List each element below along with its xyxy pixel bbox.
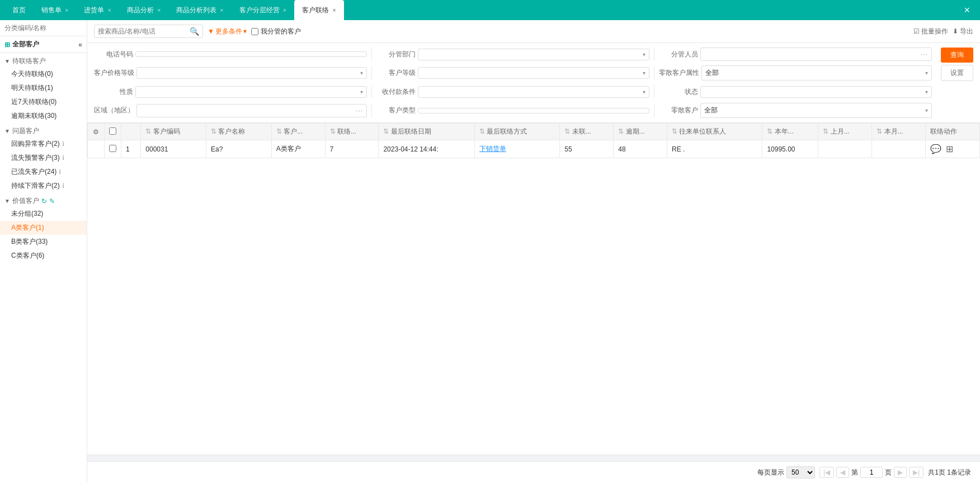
close-sales-icon[interactable]: ×: [65, 7, 68, 13]
sidebar: 🔍 ⊞ 全部客户 « ▼ 待联络客户 今天待联络(0) 明天待联络(1) 近7天…: [0, 20, 87, 483]
sidebar-item-7days[interactable]: 近7天待联络(0): [0, 95, 87, 109]
price-level-select[interactable]: ▾: [136, 67, 367, 79]
sidebar-collapse-icon[interactable]: «: [78, 41, 82, 49]
row-check[interactable]: [105, 140, 121, 158]
nav-customer-tier[interactable]: 客户分层经营 ×: [232, 0, 294, 20]
sidebar-item-class-b[interactable]: B类客户(33): [0, 235, 87, 249]
th-code[interactable]: ⇅ 客户编码: [141, 124, 206, 140]
status-select[interactable]: ▾: [700, 86, 932, 98]
region-input[interactable]: ···: [136, 104, 367, 117]
customer-table: ⚙ ⇅ 客户编码 ⇅ 客户名称 ⇅ 客户...: [87, 123, 980, 158]
content-area: 🔍 ▼ 更多条件 ▾ 我分管的客户 ☑ 批量操作 ⬇ 导出: [87, 20, 980, 483]
divider-5: [371, 85, 372, 98]
close-purchase-icon[interactable]: ×: [107, 7, 111, 13]
customer-level-select[interactable]: ▾: [418, 67, 649, 79]
add-value-group-icon[interactable]: ↻: [41, 197, 47, 205]
sidebar-item-unclassified[interactable]: 未分组(32): [0, 207, 87, 221]
filter-row-4: 区域（地区） ··· 客户类型: [94, 103, 932, 118]
manager-label: 分管人员: [659, 50, 698, 59]
close-all-tabs-button[interactable]: ×: [958, 4, 976, 16]
th-company-contact[interactable]: ⇅ 往来单位联系人: [667, 124, 762, 140]
close-customer-tier-icon[interactable]: ×: [283, 7, 286, 13]
info-icon-3: ℹ: [59, 168, 61, 176]
manager-input[interactable]: ···: [700, 48, 932, 61]
region-dots-icon: ···: [356, 107, 363, 115]
export-button[interactable]: ⬇ 导出: [953, 27, 973, 36]
payment-label: 收付款条件: [376, 87, 416, 97]
price-level-label: 客户价格等级: [94, 68, 134, 78]
sidebar-item-overdue[interactable]: 逾期未联络(30): [0, 109, 87, 123]
first-page-button[interactable]: |◀: [819, 467, 834, 478]
th-overdue[interactable]: ⇅ 逾期...: [614, 124, 667, 140]
prev-page-button[interactable]: ◀: [836, 467, 849, 478]
per-page-select[interactable]: 50 100 200: [786, 466, 815, 479]
retail-attr-select[interactable]: 全部 ▾: [701, 65, 932, 80]
sort-icon-year: ⇅: [767, 127, 772, 135]
payment-select[interactable]: ▾: [418, 86, 649, 98]
horizontal-scrollbar[interactable]: [87, 454, 980, 461]
phone-input[interactable]: [135, 51, 367, 57]
nav-analysis-list[interactable]: 商品分析列表 ×: [168, 0, 231, 20]
th-check[interactable]: [105, 124, 121, 140]
query-button[interactable]: 查询: [941, 48, 973, 63]
dept-select[interactable]: ▾: [418, 49, 649, 60]
sidebar-item-today[interactable]: 今天待联络(0): [0, 67, 87, 81]
row-this-month: [872, 140, 926, 158]
my-customers-checkbox[interactable]: 我分管的客户: [251, 27, 301, 36]
grid-action-icon[interactable]: ⊞: [946, 144, 953, 154]
th-last-date[interactable]: ⇅ 最后联络日期: [379, 124, 474, 140]
th-contact[interactable]: ⇅ 联络...: [325, 124, 379, 140]
sidebar-item-tomorrow[interactable]: 明天待联络(1): [0, 81, 87, 95]
info-icon-4: ℹ: [62, 182, 64, 190]
sidebar-item-churned[interactable]: 已流失客户(24) ℹ: [0, 165, 87, 179]
price-level-arrow-icon: ▾: [360, 70, 363, 76]
th-last-month[interactable]: ⇅ 上月...: [818, 124, 872, 140]
row-last-date: 2023-04-12 14:44:: [379, 140, 474, 158]
th-this-year[interactable]: ⇅ 本年...: [762, 124, 818, 140]
nav-customer-contact[interactable]: 客户联络 ×: [294, 0, 343, 20]
edit-value-group-icon[interactable]: ✎: [49, 197, 55, 205]
page-number-input[interactable]: [860, 467, 883, 478]
last-method-link[interactable]: 下销货单: [479, 145, 506, 153]
sidebar-item-class-a[interactable]: A类客户(1): [0, 221, 87, 235]
my-customers-check[interactable]: [251, 28, 258, 35]
th-no-contact[interactable]: ⇅ 未联...: [560, 124, 614, 140]
close-customer-contact-icon[interactable]: ×: [332, 7, 336, 13]
sidebar-item-abnormal-repurchase[interactable]: 回购异常客户(2) ℹ: [0, 137, 87, 151]
next-page-button[interactable]: ▶: [894, 467, 907, 478]
last-page-button[interactable]: ▶|: [909, 467, 924, 478]
th-last-method[interactable]: ⇅ 最后联络方式: [474, 124, 559, 140]
row-last-method[interactable]: 下销货单: [474, 140, 559, 158]
sidebar-item-class-c[interactable]: C类客户(6): [0, 249, 87, 263]
th-name[interactable]: ⇅ 客户名称: [206, 124, 271, 140]
th-gear[interactable]: ⚙: [88, 124, 105, 140]
nature-select[interactable]: ▾: [135, 86, 367, 98]
chat-icon[interactable]: 💬: [930, 144, 941, 154]
search-icon[interactable]: 🔍: [190, 27, 199, 36]
table-header-row: ⚙ ⇅ 客户编码 ⇅ 客户名称 ⇅ 客户...: [88, 124, 980, 140]
nav-purchase[interactable]: 进货单 ×: [76, 0, 119, 20]
setting-button[interactable]: 设置: [941, 65, 973, 81]
close-analysis-list-icon[interactable]: ×: [220, 7, 223, 13]
row-name: Ea?: [206, 140, 271, 158]
more-filters-button[interactable]: ▼ 更多条件 ▾: [208, 27, 247, 36]
row-checkbox[interactable]: [109, 145, 116, 152]
batch-op-button[interactable]: ☑ 批量操作: [913, 27, 948, 36]
info-icon-1: ℹ: [62, 140, 64, 148]
nav-sales[interactable]: 销售单 ×: [34, 0, 76, 20]
filter-row-2: 客户价格等级 ▾ 客户等级 ▾: [94, 65, 932, 80]
total-records-label: 共1页 1条记录: [928, 468, 971, 477]
th-this-month[interactable]: ⇅ 本月...: [872, 124, 926, 140]
close-analysis-icon[interactable]: ×: [157, 7, 161, 13]
search-input[interactable]: [98, 27, 187, 35]
dept-label: 分管部门: [376, 50, 416, 59]
customer-type-input[interactable]: [418, 108, 649, 113]
retail-customer-select[interactable]: 全部 ▾: [700, 103, 932, 118]
nav-analysis[interactable]: 商品分析 ×: [119, 0, 168, 20]
sidebar-item-churn-warning[interactable]: 流失预警客户(3) ℹ: [0, 151, 87, 165]
nav-home[interactable]: 首页: [4, 0, 34, 20]
sidebar-search-input[interactable]: [4, 24, 87, 32]
sidebar-item-declining[interactable]: 持续下滑客户(2) ℹ: [0, 179, 87, 193]
th-level[interactable]: ⇅ 客户...: [271, 124, 325, 140]
select-all-checkbox[interactable]: [109, 127, 116, 135]
